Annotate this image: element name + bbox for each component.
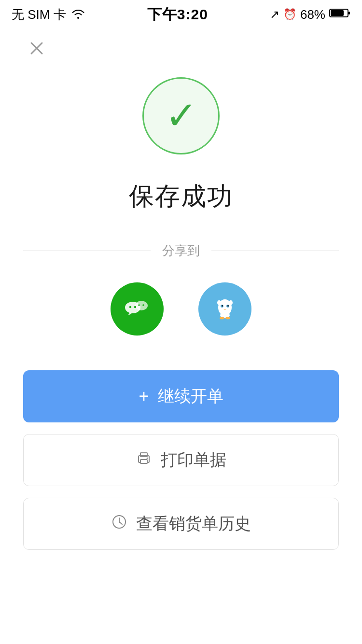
history-button[interactable]: 查看销货单历史: [23, 498, 339, 550]
svg-point-8: [134, 306, 136, 308]
status-bar: 无 SIM 卡 下午3:20 ↗ ⏰ 68%: [0, 0, 362, 29]
svg-point-7: [129, 306, 131, 308]
share-icons-row: [111, 282, 251, 336]
qq-share-button[interactable]: [198, 282, 251, 336]
svg-point-20: [229, 300, 233, 305]
success-circle: ✓: [142, 77, 220, 154]
wifi-icon: [71, 7, 85, 22]
location-icon: ↗: [270, 8, 279, 21]
continue-label: 继续开单: [158, 385, 223, 407]
actions-section: + 继续开单 打印单据: [0, 370, 362, 550]
svg-point-9: [138, 304, 140, 306]
svg-point-24: [147, 458, 148, 459]
checkmark-icon: ✓: [165, 97, 197, 135]
close-button[interactable]: [23, 35, 50, 62]
svg-rect-23: [140, 460, 147, 463]
battery-percent: 68%: [300, 7, 325, 22]
print-button[interactable]: 打印单据: [23, 434, 339, 486]
svg-point-15: [227, 305, 229, 307]
no-sim-text: 无 SIM 卡: [12, 6, 66, 23]
clock-icon: [111, 514, 127, 534]
battery-icon: [329, 8, 350, 21]
alarm-icon: ⏰: [283, 8, 296, 21]
continue-button[interactable]: + 继续开单: [23, 370, 339, 422]
svg-point-19: [217, 300, 221, 305]
share-section: 分享到: [0, 242, 362, 336]
svg-rect-1: [331, 10, 344, 16]
history-label: 查看销货单历史: [136, 513, 251, 535]
svg-point-17: [220, 317, 224, 320]
divider-left: [23, 251, 151, 251]
share-label: 分享到: [151, 242, 211, 259]
svg-rect-2: [348, 12, 350, 14]
svg-point-6: [135, 301, 148, 310]
success-title: 保存成功: [129, 180, 233, 213]
wechat-share-button[interactable]: [111, 282, 164, 336]
main-content: ✓ 保存成功 分享到: [0, 29, 362, 550]
svg-point-14: [222, 305, 223, 307]
plus-icon: +: [139, 386, 149, 406]
print-label: 打印单据: [161, 449, 226, 471]
svg-point-10: [142, 304, 144, 306]
status-left: 无 SIM 卡: [12, 6, 85, 23]
print-icon: [136, 450, 152, 470]
status-right: ↗ ⏰ 68%: [270, 7, 350, 22]
divider-row: 分享到: [0, 242, 362, 259]
svg-line-27: [119, 522, 122, 524]
svg-point-18: [225, 317, 230, 320]
divider-right: [211, 251, 339, 251]
status-time: 下午3:20: [147, 5, 208, 25]
